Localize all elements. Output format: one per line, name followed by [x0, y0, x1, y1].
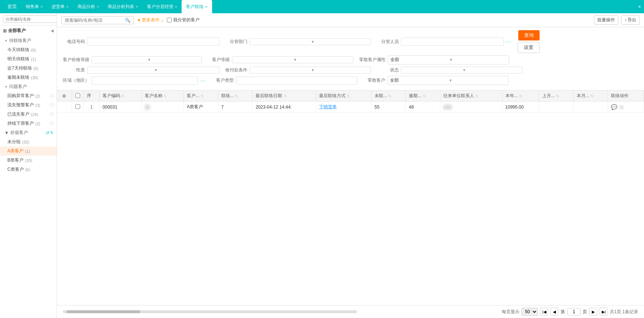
7day-contact-label: 近7天待联络	[7, 65, 32, 71]
filter-row-1: 电话号码 分管部门 ▼ 分管人员 ··· 查询 设置	[63, 30, 638, 53]
payment-select[interactable]: ▼	[250, 67, 371, 74]
nav-tab-customer-contact[interactable]: 客户联络 ×	[182, 0, 212, 13]
prev-page-button[interactable]: ◀	[550, 308, 558, 316]
retail-customer-select[interactable]: 全部 ▼	[387, 76, 509, 85]
nav-tab-analysis-list[interactable]: 商品分析列表 ×	[103, 0, 142, 13]
manager-input[interactable]	[401, 38, 504, 46]
nature-select[interactable]: ▼	[87, 67, 219, 74]
setting-button[interactable]: 设置	[518, 42, 540, 53]
last-method-link[interactable]: 下销货单	[319, 104, 337, 109]
collapse-sidebar-icon[interactable]: ◀	[51, 29, 54, 33]
nav-tab-purchase[interactable]: 进货单 ×	[47, 0, 73, 13]
nav-tab-sales[interactable]: 销售单 ×	[21, 0, 47, 13]
col-last-method[interactable]: 最后联络方式 ⇅	[316, 91, 372, 102]
sidebar-item-class-a[interactable]: A类客户 (1)	[0, 146, 57, 156]
sidebar-item-tomorrow-contact[interactable]: 明天待联络 (1)	[0, 54, 57, 64]
edit-icon[interactable]: ✎	[50, 130, 54, 135]
customer-type-input[interactable]	[236, 77, 357, 85]
select-all-checkbox[interactable]	[75, 93, 80, 98]
col-level[interactable]: 客户... ⇅	[184, 91, 218, 102]
col-code[interactable]: 客户编码 ⇅	[100, 91, 142, 102]
sidebar-item-today-contact[interactable]: 今天待联络 (0)	[0, 45, 57, 54]
dept-caret-icon: ▼	[311, 40, 368, 44]
last-page-button[interactable]: ▶|	[600, 308, 608, 316]
sidebar-item-churned[interactable]: 已流失客户 (24) ⓘ	[0, 110, 57, 119]
tomorrow-contact-label: 明天待联络	[7, 56, 29, 62]
pending-contact-group[interactable]: ▼ 待联络客户	[0, 36, 57, 45]
class-c-count: (6)	[25, 167, 30, 172]
price-level-select[interactable]: ▼	[92, 56, 202, 63]
search-input[interactable]	[65, 18, 124, 23]
retail-customer-value: 全部	[390, 77, 447, 84]
retail-attr-value: 全部	[390, 57, 448, 63]
retail-attr-select[interactable]: 全部 ▼	[388, 55, 509, 64]
churned-label: 已流失客户	[7, 111, 29, 117]
close-analysis-list-icon[interactable]: ×	[136, 4, 138, 9]
col-last-month[interactable]: 上月... ⇅	[539, 91, 574, 102]
sidebar-item-7day-contact[interactable]: 近7天待联络 (0)	[0, 64, 57, 73]
chat-action-icon[interactable]: 💬	[611, 104, 617, 110]
sidebar-search-input[interactable]	[3, 15, 57, 23]
close-all-button[interactable]: ×	[638, 4, 641, 10]
my-customers-label: 我分管的客户	[173, 17, 200, 23]
page-size-select[interactable]: 50	[522, 308, 538, 316]
row-checkbox[interactable]	[75, 104, 80, 109]
col-name[interactable]: 客户名称 ⇅	[142, 91, 184, 102]
col-liaison[interactable]: 往来单位联系人 ⇅	[440, 91, 502, 102]
sidebar-item-repurchase-abnormal[interactable]: 回购异常客户 (2) ⓘ	[0, 91, 57, 100]
col-contact[interactable]: 联络... ⇅	[218, 91, 253, 102]
dept-select[interactable]: ▼	[250, 38, 371, 45]
col-gear[interactable]: ⚙	[57, 91, 72, 102]
sort-contact-icon: ⇅	[235, 94, 238, 98]
col-this-year[interactable]: 本年... ⇅	[502, 91, 539, 102]
all-customers-header[interactable]: ⊞ 全部客户 ◀	[0, 25, 57, 36]
close-analysis-icon[interactable]: ×	[97, 4, 99, 9]
search-icon[interactable]: 🔍	[125, 18, 130, 23]
sidebar-item-class-c[interactable]: C类客户 (6)	[0, 165, 57, 174]
batch-op-button[interactable]: 批量操作	[594, 15, 618, 25]
next-page-button[interactable]: ▶	[589, 308, 597, 316]
sort-date-icon: ⇅	[283, 94, 286, 98]
more-conditions-button[interactable]: ▼ 更多条件 ⌄	[137, 17, 164, 23]
my-customers-filter: 我分管的客户	[167, 17, 200, 23]
query-button[interactable]: 查询	[518, 30, 540, 40]
page-number-input[interactable]	[567, 308, 580, 315]
problem-customers-group[interactable]: ▼ 问题客户	[0, 82, 57, 91]
export-button[interactable]: ↑ 导出	[621, 15, 640, 25]
filter-nature: 性质 ▼	[63, 67, 219, 74]
sidebar-item-churn-warning[interactable]: 流失预警客户 (3) ⓘ	[0, 100, 57, 110]
status-select[interactable]: ▼	[401, 67, 522, 74]
first-page-button[interactable]: |◀	[540, 308, 548, 316]
row-this-month	[573, 102, 608, 113]
nav-tab-analysis[interactable]: 商品分析 ×	[73, 0, 103, 13]
sidebar-item-unclassified[interactable]: 未分组 (32)	[0, 137, 57, 146]
region-dots-icon[interactable]: ···	[200, 78, 206, 84]
sidebar-item-class-b[interactable]: B类客户 (33)	[0, 156, 57, 165]
close-purchase-icon[interactable]: ×	[66, 4, 68, 9]
col-last-date[interactable]: 最后联络日期 ⇅	[253, 91, 316, 102]
region-input[interactable]	[92, 77, 198, 85]
class-a-count: (1)	[25, 149, 30, 153]
nav-home[interactable]: 首页	[3, 0, 21, 13]
data-table: ⚙ 序 客户编码 ⇅ 客户名称 ⇅ 客户... ⇅ 联络... ⇅ 最后联络日期…	[57, 91, 644, 113]
col-seq: 序	[83, 91, 100, 102]
sidebar-item-declining[interactable]: 持续下滑客户 (2) ⓘ	[0, 119, 57, 128]
value-customers-group[interactable]: ▼ 价值客户 ↺ ✎	[0, 128, 57, 137]
scrollbar-thumb[interactable]	[67, 310, 140, 313]
col-overdue[interactable]: 逾期... ⇅	[406, 91, 440, 102]
my-customers-checkbox[interactable]	[167, 18, 172, 22]
row-code: 000031	[100, 102, 142, 113]
scrollbar-track[interactable]	[63, 310, 357, 313]
phone-input[interactable]	[87, 38, 219, 46]
customer-level-select[interactable]: ▼	[232, 56, 353, 63]
qr-action-icon[interactable]: ⊞	[619, 104, 624, 110]
close-customer-contact-icon[interactable]: ×	[205, 4, 207, 9]
col-no-contact[interactable]: 未联... ⇅	[371, 91, 406, 102]
close-sales-icon[interactable]: ×	[40, 4, 43, 9]
nav-tab-customer-mgmt[interactable]: 客户分层经营 ×	[143, 0, 182, 13]
close-customer-mgmt-icon[interactable]: ×	[175, 4, 177, 9]
refresh-icon[interactable]: ↺	[46, 130, 49, 135]
col-this-month[interactable]: 本月... ⇅	[573, 91, 608, 102]
manager-dots-icon[interactable]: ···	[506, 39, 512, 45]
sidebar-item-overdue-contact[interactable]: 逾期未联络 (30)	[0, 73, 57, 82]
